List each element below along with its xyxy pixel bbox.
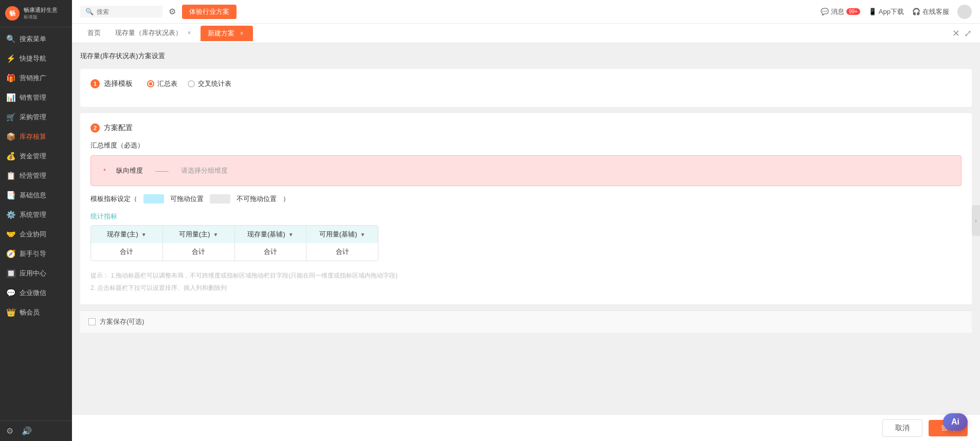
gift-icon: 🎁 [6,74,15,83]
topbar-settings-icon[interactable]: ⚙ [169,7,176,16]
sound-footer-icon[interactable]: 🔊 [22,426,32,436]
ai-badge[interactable]: Ai [943,413,968,431]
sidebar-item-guide[interactable]: 🧭 新手引导 [0,244,72,264]
stats-table: 现存量(主) ▼ 可用量(主) ▼ 现存量(基辅) ▼ 可用量(基辅) [90,225,378,261]
handshake-icon: 🤝 [6,230,15,239]
stats-col-header-3[interactable]: 可用量(基辅) ▼ [306,226,378,243]
tab-inventory-status[interactable]: 现存量（库存状况表） × [108,24,201,43]
step2-badge: 2 [90,123,100,133]
save-checkbox[interactable] [88,318,96,325]
non-draggable-indicator-box [210,194,230,204]
sidebar-item-label: 库存核算 [20,132,46,141]
stats-table-body: 合计 合计 合计 合计 [91,243,378,261]
radio-crosstab-circle [188,80,195,87]
chart-icon: 📊 [6,93,15,102]
avatar[interactable] [957,5,972,19]
topbar: 🔍 ⚙ 体验行业方案 💬 消息 99+ 📱 App下载 🎧 在线客服 [72,0,980,24]
stats-col-body-3: 合计 [306,243,378,261]
sidebar-item-sales[interactable]: 📊 销售管理 [0,88,72,107]
box-icon: 📦 [6,132,15,141]
chevron-down-icon-3: ▼ [360,232,366,237]
required-mark: * [103,167,106,175]
trial-industry-button[interactable]: 体验行业方案 [182,5,237,19]
radio-crosstab[interactable]: 交叉统计表 [188,79,231,88]
tab-home[interactable]: 首页 [80,24,108,43]
message-label: 消息 [831,7,844,16]
radio-summary[interactable]: 汇总表 [147,79,177,88]
sidebar-item-basic[interactable]: 📑 基础信息 [0,186,72,205]
sidebar-item-purchase[interactable]: 🛒 采购管理 [0,107,72,127]
message-icon: 💬 [821,8,829,15]
stats-col-header-label-0: 现存量(主) [107,230,138,239]
tip1-text: 1.拖动标题栏可以调整布局，不可跨维度或指标区域拖动栏目字段(只能在同一维度或指… [111,272,397,279]
tab-inventory-close-icon[interactable]: × [185,29,193,37]
template-indicator-label: 模板指标设定（ [90,194,137,204]
radio-summary-circle [147,80,154,87]
page-title: 现存量(库存状况表)方案设置 [80,51,972,61]
search-bar[interactable]: 🔍 [80,6,162,17]
chevron-down-icon-2: ▼ [288,232,294,237]
tips-header: 提示： 1.拖动标题栏可以调整布局，不可跨维度或指标区域拖动栏目字段(只能在同一… [90,269,961,282]
sidebar-item-label: 企业微信 [20,288,46,298]
stats-col-header-label-2: 现存量(基辅) [247,230,285,239]
app-download-item[interactable]: 📱 App下载 [868,7,904,16]
stats-col-header-0[interactable]: 现存量(主) ▼ [91,226,163,243]
save-checkbox-label: 方案保存(可选) [100,317,144,326]
sidebar-item-label: 企业协同 [20,230,46,239]
tabs-close-icon[interactable]: ✕ [952,28,960,39]
stats-title: 统计指标 [90,212,961,221]
dimension-picker[interactable]: * 纵向维度 —— 请选择分组维度 [90,155,961,186]
headset-icon: 🎧 [912,8,920,15]
sidebar-item-vip[interactable]: 👑 畅会员 [0,303,72,322]
right-panel-expand-btn[interactable]: › [972,205,980,236]
tab-new-plan-close-icon[interactable]: × [238,29,246,38]
tab-inventory-label: 现存量（库存状况表） [115,28,182,38]
cancel-button[interactable]: 取消 [882,419,922,437]
message-item[interactable]: 💬 消息 99+ [821,7,860,16]
content-area: 现存量(库存状况表)方案设置 1 选择模板 汇总表 交叉统计表 [72,43,980,414]
sidebar-item-label: 销售管理 [20,93,46,102]
sidebar-item-operations[interactable]: 📋 经营管理 [0,166,72,186]
tab-new-plan[interactable]: 新建方案 × [201,26,253,41]
stats-col-header-2[interactable]: 现存量(基辅) ▼ [235,226,307,243]
stats-col-value-0: 合计 [120,247,133,256]
template-radio-group: 汇总表 交叉统计表 [147,79,231,88]
sidebar-item-finance[interactable]: 💰 资金管理 [0,146,72,166]
sidebar-item-label: 采购管理 [20,113,46,122]
sidebar-item-marketing[interactable]: 🎁 营销推广 [0,68,72,88]
sidebar-item-partner[interactable]: 🤝 企业协同 [0,225,72,244]
settings-footer-icon[interactable]: ⚙ [6,426,13,436]
tabs-expand-icon[interactable]: ⤢ [964,28,972,39]
search-input[interactable] [97,8,157,15]
sidebar-item-system[interactable]: ⚙️ 系统管理 [0,205,72,225]
settings-icon: ⚙️ [6,210,15,219]
tab-home-label: 首页 [87,28,101,38]
sidebar-item-inventory[interactable]: 📦 库存核算 [0,127,72,146]
non-draggable-label: 不可拖动位置 [237,194,277,204]
sidebar-item-quicknav[interactable]: ⚡ 快捷导航 [0,49,72,68]
dimension-dash: —— [155,167,169,175]
stats-col-header-1[interactable]: 可用量(主) ▼ [163,226,235,243]
sidebar-item-label: 新手引导 [20,249,46,259]
sidebar-logo: 畅 畅康通好生意 标准版 [0,0,72,27]
flash-icon: ⚡ [6,54,15,63]
template-indicator: 模板指标设定（ 可拖动位置 不可拖动位置 ） [90,194,961,204]
step1-card: 1 选择模板 汇总表 交叉统计表 [80,69,972,107]
bottom-bar: 取消 查询 [72,414,980,441]
cart-icon: 🛒 [6,113,15,122]
sidebar-item-wechat[interactable]: 💬 企业微信 [0,283,72,303]
stats-col-header-label-1: 可用量(主) [179,230,210,239]
radio-crosstab-label: 交叉统计表 [198,79,231,88]
sidebar-item-label: 畅会员 [20,308,40,317]
app-download-label: App下载 [879,7,904,16]
sidebar-item-search[interactable]: 🔍 搜索菜单 [0,29,72,49]
step2-title: 方案配置 [104,123,133,133]
sidebar-item-apps[interactable]: 🔲 应用中心 [0,264,72,283]
online-service-item[interactable]: 🎧 在线客服 [912,7,949,16]
stats-col-header-label-3: 可用量(基辅) [319,230,357,239]
step1-header: 1 选择模板 汇总表 交叉统计表 [90,79,961,88]
online-service-label: 在线客服 [922,7,949,16]
template-indicator-suffix: ） [283,194,289,204]
sidebar-item-label: 基础信息 [20,191,46,200]
radio-summary-label: 汇总表 [157,79,177,88]
